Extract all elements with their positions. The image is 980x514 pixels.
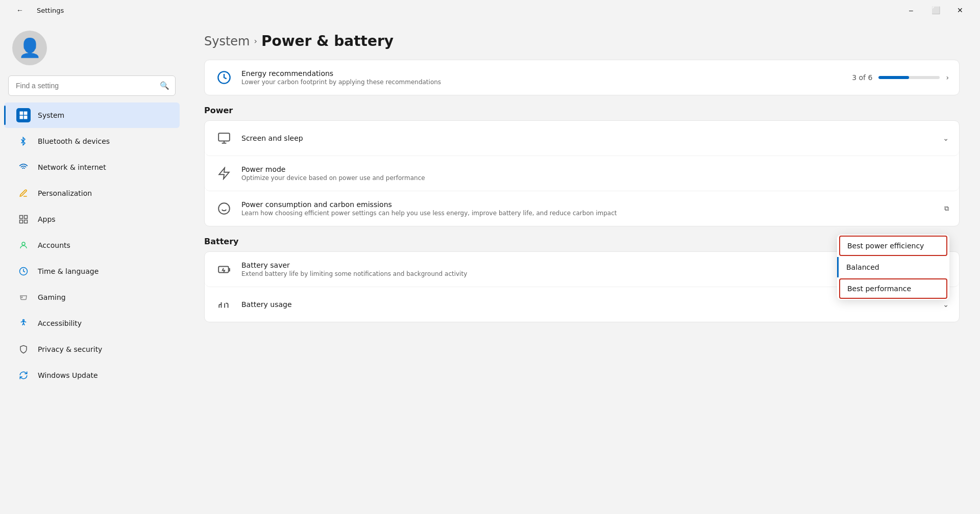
power-mode-title: Power mode [241, 165, 941, 173]
sidebar-profile: 👤 [0, 20, 184, 73]
power-mode-text: Power mode Optimize your device based on… [241, 165, 941, 182]
power-mode-row[interactable]: Power mode Optimize your device based on… [205, 156, 959, 191]
energy-title: Energy recommendations [241, 69, 844, 78]
search-input[interactable] [8, 75, 176, 96]
sidebar-item-update[interactable]: Windows Update [4, 363, 180, 388]
external-link-icon: ⧉ [944, 204, 949, 213]
minimize-button[interactable]: – [899, 2, 923, 18]
maximize-button[interactable]: ⬜ [924, 2, 947, 18]
avatar: 👤 [12, 31, 47, 65]
sidebar-item-gaming[interactable]: Gaming [4, 285, 180, 310]
titlebar-left: ← Settings [8, 2, 64, 18]
energy-recommendations-row[interactable]: Energy recommendations Lower your carbon… [205, 60, 959, 95]
svg-rect-1 [24, 112, 28, 115]
svg-rect-3 [24, 116, 28, 119]
svg-rect-4 [20, 216, 23, 219]
bluetooth-nav-icon [16, 134, 31, 148]
battery-usage-chevron: ⌄ [943, 300, 949, 309]
titlebar-title: Settings [37, 7, 64, 14]
power-consumption-icon [215, 199, 233, 218]
best-performance-label: Best performance [847, 285, 911, 293]
power-consumption-right: ⧉ [944, 204, 949, 213]
accessibility-nav-icon [16, 316, 31, 330]
sidebar-item-apps[interactable]: Apps [4, 207, 180, 232]
energy-right: 3 of 6 › [852, 73, 949, 82]
sidebar-item-personalization[interactable]: Personalization [4, 181, 180, 206]
main-content: System › Power & battery Energy recommen… [184, 20, 980, 514]
sidebar-item-label-bluetooth: Bluetooth & devices [38, 137, 110, 145]
sidebar-item-bluetooth[interactable]: Bluetooth & devices [4, 128, 180, 154]
battery-usage-icon [215, 295, 233, 314]
sidebar-item-system[interactable]: System [4, 102, 180, 128]
page-title: Power & battery [261, 33, 394, 49]
best-power-label: Best power efficiency [847, 242, 924, 250]
screen-chevron: ⌄ [943, 134, 949, 142]
system-nav-icon [16, 108, 31, 122]
sidebar: 👤 🔍 SystemBluetooth & devicesNetwork & i… [0, 20, 184, 514]
privacy-nav-icon [16, 342, 31, 356]
close-button[interactable]: ✕ [948, 2, 972, 18]
app-container: 👤 🔍 SystemBluetooth & devicesNetwork & i… [0, 20, 980, 514]
energy-text: Energy recommendations Lower your carbon… [241, 69, 844, 86]
battery-saver-text: Battery saver Extend battery life by lim… [241, 261, 918, 277]
sidebar-item-label-privacy: Privacy & security [38, 345, 102, 353]
battery-saver-title: Battery saver [241, 261, 918, 269]
svg-rect-6 [20, 220, 23, 223]
power-section-label: Power [204, 106, 960, 115]
update-nav-icon [16, 368, 31, 382]
sidebar-item-label-accounts: Accounts [38, 241, 70, 249]
screen-icon [215, 129, 233, 147]
dropdown-balanced[interactable]: Balanced [837, 257, 949, 277]
sidebar-item-privacy[interactable]: Privacy & security [4, 337, 180, 362]
titlebar-controls: – ⬜ ✕ [899, 2, 972, 18]
power-consumption-subtitle: Learn how choosing efficient power setti… [241, 210, 936, 217]
screen-title: Screen and sleep [241, 134, 935, 142]
power-consumption-title: Power consumption and carbon emissions [241, 200, 936, 209]
svg-rect-0 [20, 112, 23, 115]
apps-nav-icon [16, 212, 31, 226]
nav-list: SystemBluetooth & devicesNetwork & inter… [0, 102, 184, 389]
energy-recommendations-card: Energy recommendations Lower your carbon… [204, 60, 960, 95]
screen-sleep-row[interactable]: Screen and sleep ⌄ [205, 121, 959, 156]
search-icon: 🔍 [160, 81, 169, 90]
energy-icon [215, 68, 233, 87]
battery-usage-title: Battery usage [241, 300, 935, 309]
power-consumption-text: Power consumption and carbon emissions L… [241, 200, 936, 217]
sidebar-item-label-personalization: Personalization [38, 189, 92, 197]
energy-progress-fill [878, 76, 909, 79]
power-mode-icon [215, 164, 233, 183]
battery-saver-subtitle: Extend battery life by limiting some not… [241, 270, 918, 277]
sidebar-item-label-time: Time & language [38, 267, 99, 275]
svg-rect-5 [24, 216, 28, 219]
sidebar-item-label-accessibility: Accessibility [38, 319, 82, 327]
time-nav-icon [16, 264, 31, 278]
sidebar-item-accessibility[interactable]: Accessibility [4, 311, 180, 336]
sidebar-item-label-gaming: Gaming [38, 293, 66, 301]
breadcrumb[interactable]: System [204, 34, 250, 48]
energy-chevron: › [946, 73, 949, 82]
energy-subtitle: Lower your carbon footprint by applying … [241, 79, 844, 86]
power-consumption-row[interactable]: Power consumption and carbon emissions L… [205, 191, 959, 226]
sidebar-item-label-update: Windows Update [38, 371, 98, 379]
search-box[interactable]: 🔍 [8, 75, 176, 96]
svg-rect-11 [218, 133, 230, 141]
dropdown-best-power[interactable]: Best power efficiency [839, 236, 947, 256]
battery-saver-icon [215, 260, 233, 278]
sidebar-item-label-system: System [38, 111, 64, 119]
sidebar-item-accounts[interactable]: Accounts [4, 233, 180, 258]
back-button[interactable]: ← [8, 2, 32, 18]
sidebar-item-network[interactable]: Network & internet [4, 155, 180, 180]
svg-point-10 [23, 320, 24, 321]
accounts-nav-icon [16, 238, 31, 252]
titlebar: ← Settings – ⬜ ✕ [0, 0, 980, 20]
svg-point-8 [22, 242, 25, 245]
dropdown-best-performance[interactable]: Best performance [839, 278, 947, 299]
personalization-nav-icon [16, 186, 31, 200]
screen-right: ⌄ [943, 134, 949, 142]
power-mode-subtitle: Optimize your device based on power use … [241, 174, 941, 182]
user-icon: 👤 [18, 37, 41, 59]
gaming-nav-icon [16, 290, 31, 304]
energy-progress-bar [878, 76, 940, 79]
svg-rect-7 [24, 220, 28, 223]
sidebar-item-time[interactable]: Time & language [4, 259, 180, 284]
